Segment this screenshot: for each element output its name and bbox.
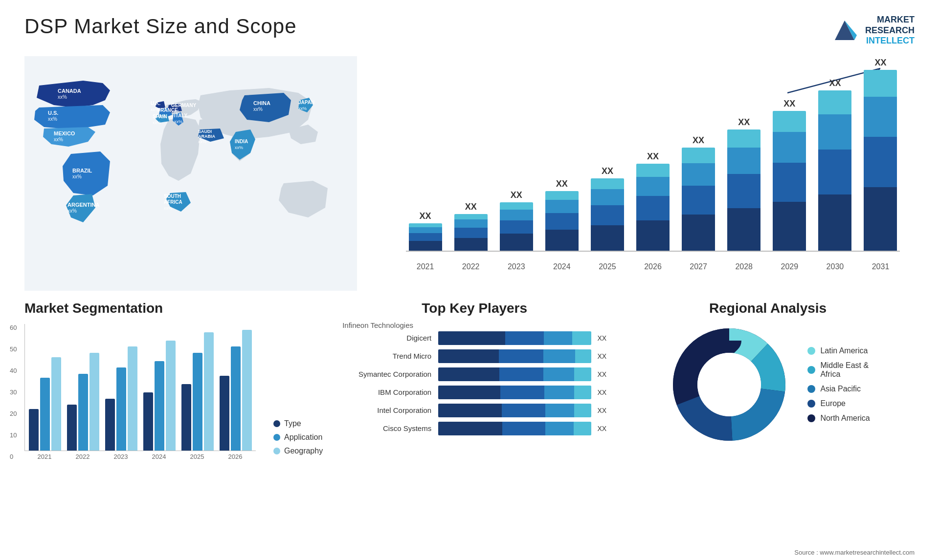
svg-text:GERMANY: GERMANY [171, 103, 196, 108]
legend-type: Type [273, 419, 323, 428]
year-label-2028: 2028 [725, 262, 763, 271]
bar-segment [773, 202, 806, 251]
bar-2021: XX [406, 211, 445, 251]
logo-icon [830, 16, 859, 45]
label-north-america: North America [820, 414, 870, 423]
bar-segment [818, 90, 851, 114]
player-name: IBM Corporation [342, 388, 435, 396]
bar-2027: XX [679, 135, 718, 251]
legend-dot-app [273, 434, 280, 441]
player-bar-segment [574, 422, 591, 435]
year-label-2023: 2023 [497, 262, 536, 271]
players-list: DigicertXXTrend MicroXXSymantec Corporat… [342, 331, 606, 435]
seg-bars [24, 324, 256, 451]
svg-text:U.S.: U.S. [48, 110, 58, 116]
svg-text:JAPAN: JAPAN [298, 100, 314, 105]
bar-stack-2023 [500, 202, 533, 250]
player-bar-wrap [438, 367, 591, 381]
player-bar-segment [500, 386, 545, 399]
bar-2029: XX [770, 99, 809, 251]
player-bar-segment [502, 404, 545, 417]
seg-bar-group-2021 [29, 357, 61, 451]
bar-label-2022: XX [465, 202, 477, 212]
seg-bar-group-2024 [143, 341, 176, 451]
bar-segment [500, 234, 533, 250]
bar-stack-2031 [864, 70, 897, 251]
svg-text:ARGENTINA: ARGENTINA [67, 202, 99, 208]
bar-segment [773, 163, 806, 202]
bar-2023: XX [497, 190, 536, 250]
player-name: Trend Micro [342, 352, 435, 360]
bar-2022: XX [451, 202, 490, 251]
svg-text:xx%: xx% [253, 107, 263, 112]
svg-text:BRAZIL: BRAZIL [72, 168, 92, 173]
player-row: IBM CorporationXX [342, 386, 606, 399]
legend-dot-geo [273, 448, 280, 454]
year-label-2024: 2024 [542, 262, 581, 271]
dot-europe [807, 400, 815, 408]
seg-x-label-2022: 2022 [67, 453, 99, 460]
bar-segment [409, 233, 442, 241]
seg-bar [181, 384, 191, 451]
svg-text:xx%: xx% [153, 120, 161, 125]
player-name: Symantec Corporation [342, 370, 435, 378]
seg-bar [128, 346, 137, 451]
bar-label-2023: XX [511, 190, 522, 200]
map-section: CANADA xx% U.S. xx% MEXICO xx% BRAZIL xx… [24, 56, 357, 291]
svg-text:xx%: xx% [58, 94, 67, 100]
page: DSP Market Size and Scope MARKET RESEARC… [0, 0, 939, 560]
svg-text:U.K.: U.K. [151, 101, 160, 106]
bar-chart-section: XX XXXXXXXXXXXXXXXXXXXXXX 20212022202320… [367, 56, 915, 291]
player-bar-segment [574, 404, 591, 417]
bar-segment [682, 163, 715, 186]
player-name: Intel Corporation [342, 406, 435, 414]
bar-segment [682, 186, 715, 215]
bar-stack-2026 [636, 164, 670, 251]
bar-segment [591, 178, 624, 189]
bar-segment [454, 228, 488, 238]
svg-text:xx%: xx% [164, 206, 172, 211]
dot-middle-east [807, 366, 815, 374]
dot-north-america [807, 414, 815, 422]
bar-segment [727, 129, 760, 148]
legend-label-type: Type [284, 419, 301, 428]
legend-label-app: Application [284, 433, 322, 442]
label-europe: Europe [820, 399, 846, 408]
bar-segment [454, 238, 488, 251]
seg-bar [166, 341, 176, 451]
player-name: Cisco Systems [342, 424, 435, 432]
bar-segment [773, 132, 806, 163]
logo-text: MARKET RESEARCH INTELLECT [865, 15, 915, 46]
bar-2031: XX [861, 58, 900, 251]
bar-label-2030: XX [829, 78, 841, 88]
seg-bar-group-2025 [181, 332, 214, 451]
source-text: Source : www.marketresearchintellect.com [794, 549, 915, 556]
logo-area: MARKET RESEARCH INTELLECT [830, 15, 915, 46]
seg-bar [155, 361, 164, 451]
bar-segment [682, 148, 715, 163]
svg-text:xx%: xx% [72, 174, 82, 179]
bar-segment [864, 70, 897, 97]
seg-x-label-2025: 2025 [181, 453, 213, 460]
legend-label-geo: Geography [284, 447, 323, 455]
donut-chart [666, 321, 793, 448]
bar-stack-2024 [545, 191, 579, 251]
seg-y-axis: 60 50 40 30 20 10 0 [10, 324, 17, 460]
player-row: Cisco SystemsXX [342, 422, 606, 435]
seg-bar-group-2022 [67, 353, 99, 451]
svg-text:xx%: xx% [198, 139, 206, 144]
bar-segment [636, 177, 670, 196]
regional-title: Regional Analysis [621, 301, 915, 316]
player-bar-segment [438, 331, 505, 345]
segmentation-title: Market Segmentation [24, 301, 323, 316]
y-label-40: 40 [10, 367, 17, 374]
bar-segment [864, 97, 897, 136]
svg-text:AFRICA: AFRICA [164, 199, 182, 205]
players-section: Top Key Players Infineon Technologies Di… [333, 301, 606, 511]
bar-segment [500, 220, 533, 234]
seg-bar [220, 376, 229, 451]
seg-x-label-2023: 2023 [105, 453, 137, 460]
seg-bar [40, 378, 50, 451]
player-bar-segment [543, 367, 574, 381]
player-bar-segment [438, 349, 499, 363]
